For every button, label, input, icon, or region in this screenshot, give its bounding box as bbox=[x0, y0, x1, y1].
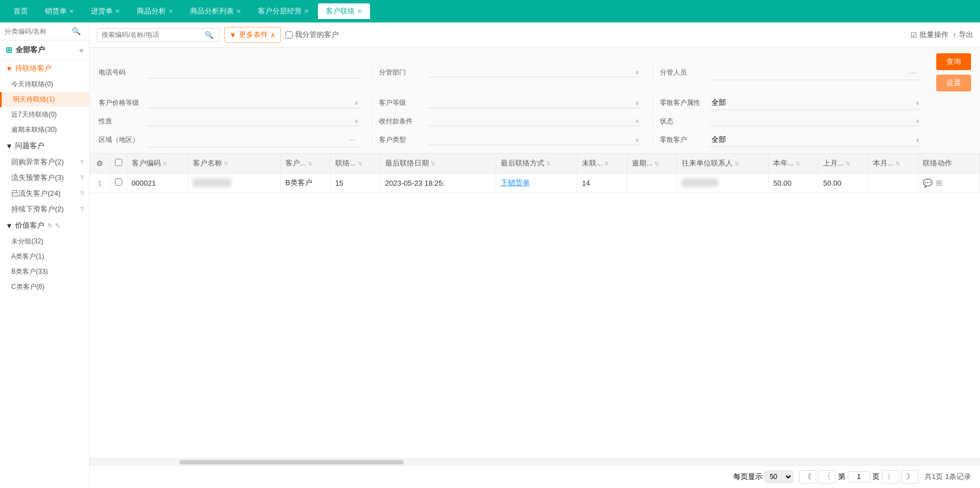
my-customers-check[interactable] bbox=[285, 31, 293, 39]
arrow-icon: ▼ bbox=[6, 142, 13, 150]
customer-table: ⚙ 客户编码⇅ 客户名称⇅ 客 bbox=[90, 154, 980, 193]
search-input[interactable] bbox=[101, 31, 202, 39]
th-overdue: 逾期...⇅ bbox=[627, 154, 677, 173]
th-type: 客户...⇅ bbox=[280, 154, 330, 173]
sort-icon[interactable]: ⇅ bbox=[895, 160, 900, 167]
sort-icon[interactable]: ⇅ bbox=[358, 160, 362, 167]
filter-nature-select[interactable]: ∨ bbox=[148, 116, 360, 126]
sidebar-group-value[interactable]: ▼ 价值客户 ↻ ✎ bbox=[0, 217, 89, 234]
last-page-button[interactable]: 》 bbox=[902, 470, 919, 484]
th-name: 客户名称⇅ bbox=[188, 154, 281, 173]
nav-home[interactable]: 首页 bbox=[6, 3, 36, 19]
export-button[interactable]: ↑ 导出 bbox=[953, 30, 974, 40]
nav-sales-order[interactable]: 销货单 ✕ bbox=[37, 3, 82, 19]
nav-customer-contact[interactable]: 客户联络 ✕ bbox=[318, 3, 370, 19]
th-this-month: 本月...⇅ bbox=[868, 154, 918, 173]
filter-payment: 收付款条件 ∨ bbox=[379, 116, 645, 126]
my-customers-checkbox[interactable]: 我分管的客户 bbox=[285, 30, 339, 40]
divider bbox=[372, 96, 372, 110]
sort-icon[interactable]: ⇅ bbox=[734, 160, 739, 167]
filter-region-select[interactable]: ··· bbox=[148, 132, 360, 148]
main-layout: 🔍 ⊞ 全部客户 « ▼ 待联络客户 今天待联络(0) 明天待联络(1) 近7天… bbox=[0, 22, 980, 488]
sidebar-item-today[interactable]: 今天待联络(0) bbox=[0, 77, 89, 92]
sidebar-item-class-b[interactable]: B类客户(33) bbox=[0, 264, 89, 279]
sort-icon[interactable]: ⇅ bbox=[845, 160, 850, 167]
th-code: 客户编码⇅ bbox=[127, 154, 188, 173]
cell-company-contact: 联系人名称 bbox=[677, 173, 769, 193]
page-number-input[interactable] bbox=[848, 471, 870, 482]
sidebar-item-declining[interactable]: 持续下滑客户(2) ? bbox=[0, 201, 89, 217]
sidebar-group-problem[interactable]: ▼ 问题客户 bbox=[0, 137, 89, 154]
first-page-button[interactable]: 《 bbox=[799, 470, 816, 484]
sidebar-item-class-a[interactable]: A类客户(1) bbox=[0, 249, 89, 264]
filter-payment-select[interactable]: ∨ bbox=[428, 116, 641, 126]
sort-icon[interactable]: ⇅ bbox=[796, 160, 800, 167]
sidebar-item-class-c[interactable]: C类客户(6) bbox=[0, 279, 89, 294]
cell-name: Ea公司名称 bbox=[188, 173, 281, 193]
last-method-link[interactable]: 下销货单 bbox=[501, 178, 530, 187]
close-icon: ✕ bbox=[69, 8, 74, 15]
filter-area: 电话号码 分管部门 ∨ 分管人员 ··· bbox=[90, 48, 980, 154]
filter-dept: 分管部门 ∨ bbox=[379, 67, 645, 77]
collapse-icon[interactable]: « bbox=[79, 45, 84, 54]
filter-dept-select[interactable]: ∨ bbox=[428, 67, 641, 77]
sidebar-search-icon[interactable]: 🔍 bbox=[72, 27, 81, 35]
sidebar-item-overdue[interactable]: 逾期未联络(30) bbox=[0, 122, 89, 137]
more-filter-button[interactable]: ▼ 更多条件 ∧ bbox=[224, 27, 281, 43]
prev-page-button[interactable]: 〈 bbox=[819, 470, 836, 484]
th-checkbox[interactable] bbox=[110, 154, 127, 173]
comment-icon[interactable]: 💬 bbox=[923, 178, 932, 187]
filter-manager-select[interactable]: ··· bbox=[709, 65, 922, 80]
close-icon: ✕ bbox=[236, 8, 241, 15]
sidebar-item-week[interactable]: 近7天待联络(0) bbox=[0, 107, 89, 122]
next-page-button[interactable]: 〉 bbox=[882, 470, 899, 484]
nav-product-analysis-list[interactable]: 商品分析列表 ✕ bbox=[182, 3, 249, 19]
cell-checkbox[interactable] bbox=[110, 173, 127, 193]
cell-contact-count: 15 bbox=[330, 173, 380, 193]
batch-button[interactable]: ☑ 批量操作 bbox=[910, 30, 949, 40]
nav-customer-tier[interactable]: 客户分层经营 ✕ bbox=[250, 3, 317, 19]
filter-type-select[interactable]: ∨ bbox=[428, 135, 641, 145]
sort-icon[interactable]: ⇅ bbox=[308, 160, 312, 167]
settings-icon[interactable]: ⚙ bbox=[96, 159, 103, 168]
nav-purchase-order[interactable]: 进货单 ✕ bbox=[83, 3, 128, 19]
scroll-thumb[interactable] bbox=[179, 460, 404, 464]
cell-this-month bbox=[868, 173, 918, 193]
search-icon[interactable]: 🔍 bbox=[205, 31, 214, 39]
filter-retail-customer-select[interactable]: 全部 ∨ bbox=[709, 133, 922, 147]
cell-seq: 1 bbox=[90, 173, 110, 193]
sidebar-item-tomorrow[interactable]: 明天待联络(1) bbox=[0, 92, 89, 107]
sidebar-item-abnormal[interactable]: 回购异常客户(2) ? bbox=[0, 154, 89, 170]
nav-product-analysis[interactable]: 商品分析 ✕ bbox=[129, 3, 181, 19]
filter-status-select[interactable]: ∨ bbox=[709, 116, 922, 126]
sort-icon[interactable]: ⇅ bbox=[163, 160, 167, 167]
th-last-month: 上月...⇅ bbox=[819, 154, 868, 173]
filter-price-select[interactable]: ∨ bbox=[148, 98, 360, 108]
query-button[interactable]: 查询 bbox=[936, 53, 971, 70]
sidebar-item-ungrouped[interactable]: 未分组(32) bbox=[0, 234, 89, 249]
close-icon: ✕ bbox=[115, 8, 120, 15]
sidebar-item-at-risk[interactable]: 流失预警客户(3) ? bbox=[0, 170, 89, 186]
sort-icon[interactable]: ⇅ bbox=[431, 160, 435, 167]
sort-icon[interactable]: ⇅ bbox=[546, 160, 551, 167]
sidebar-group-pending[interactable]: ▼ 待联络客户 bbox=[0, 60, 89, 77]
sidebar-search-input[interactable] bbox=[4, 27, 72, 35]
select-all-checkbox[interactable] bbox=[115, 159, 122, 166]
row-checkbox[interactable] bbox=[115, 178, 122, 186]
grid-action-icon[interactable]: ⊞ bbox=[936, 178, 942, 187]
sidebar-item-churned[interactable]: 已流失客户(24) ? bbox=[0, 186, 89, 201]
th-settings[interactable]: ⚙ bbox=[90, 154, 110, 173]
sidebar-all-customers[interactable]: ⊞ 全部客户 « bbox=[0, 40, 89, 60]
page-size-select[interactable]: 50 100 200 bbox=[765, 471, 793, 483]
th-this-year: 本年...⇅ bbox=[769, 154, 819, 173]
sort-icon[interactable]: ⇅ bbox=[654, 160, 659, 167]
filter-level-select[interactable]: ∨ bbox=[428, 98, 641, 108]
setting-button[interactable]: 设置 bbox=[936, 75, 971, 91]
sort-icon[interactable]: ⇅ bbox=[224, 160, 228, 167]
filter-phone-input[interactable] bbox=[148, 67, 360, 79]
divider bbox=[372, 114, 372, 128]
sort-icon[interactable]: ⇅ bbox=[604, 160, 609, 167]
filter-retail-select[interactable]: 全部 ∨ bbox=[709, 96, 922, 110]
filter-price-level: 客户价格等级 ∨ bbox=[99, 98, 365, 108]
sidebar: 🔍 ⊞ 全部客户 « ▼ 待联络客户 今天待联络(0) 明天待联络(1) 近7天… bbox=[0, 22, 90, 488]
